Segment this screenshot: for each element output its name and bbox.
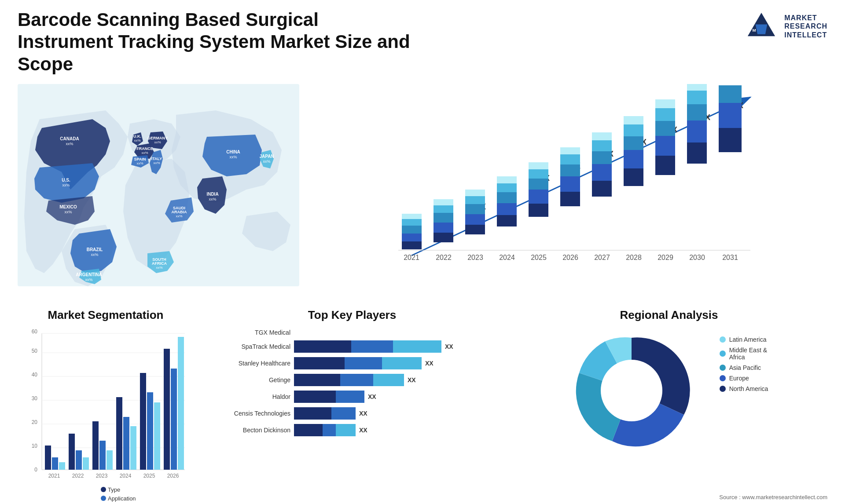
- svg-rect-72: [529, 179, 548, 190]
- bar-seg: [393, 340, 441, 353]
- svg-rect-141: [130, 426, 136, 470]
- source-text: Source : www.marketresearchintellect.com: [719, 494, 827, 500]
- legend-color-mea: [720, 351, 726, 357]
- svg-rect-62: [465, 204, 485, 214]
- svg-rect-60: [465, 225, 485, 234]
- svg-rect-64: [465, 190, 485, 196]
- svg-rect-51: [402, 234, 422, 241]
- svg-text:2021: 2021: [404, 254, 419, 261]
- svg-text:2026: 2026: [167, 473, 179, 479]
- svg-text:MEXICO: MEXICO: [59, 205, 77, 209]
- player-value: XX: [359, 427, 367, 434]
- player-row: Censis Technologies XX: [202, 407, 502, 420]
- svg-text:2026: 2026: [562, 254, 578, 261]
- player-row: Becton Dickinson XX: [202, 424, 502, 436]
- svg-text:xx%: xx%: [263, 159, 270, 164]
- svg-rect-144: [154, 402, 160, 470]
- svg-rect-59: [434, 199, 453, 205]
- page-title: Barcode Scanning Based Surgical Instrume…: [18, 9, 414, 75]
- svg-text:INDIA: INDIA: [206, 192, 218, 197]
- bar-seg: [331, 407, 356, 420]
- bar-seg: [294, 424, 323, 436]
- svg-text:U.S.: U.S.: [62, 178, 70, 183]
- player-row: Getinge XX: [202, 374, 502, 386]
- svg-text:xx%: xx%: [64, 210, 72, 214]
- svg-marker-2: [756, 25, 768, 34]
- regional-legend: Latin America Middle East &Africa Asia P…: [720, 336, 768, 392]
- svg-rect-98: [687, 91, 707, 104]
- svg-rect-52: [402, 226, 422, 234]
- svg-text:xx%: xx%: [134, 139, 140, 142]
- player-row: Stanley Healthcare XX: [202, 357, 502, 369]
- bar-seg: [351, 340, 393, 353]
- legend-item-latin: Latin America: [720, 336, 768, 343]
- svg-rect-88: [624, 124, 643, 136]
- logo-text: MARKET RESEARCH INTELLECT: [784, 14, 827, 39]
- svg-text:30: 30: [32, 395, 38, 402]
- svg-text:2021: 2021: [48, 473, 60, 479]
- svg-text:GERMANY: GERMANY: [147, 136, 168, 140]
- svg-text:xx%: xx%: [85, 278, 92, 282]
- svg-text:BRAZIL: BRAZIL: [87, 247, 103, 252]
- logo-block: M MARKET RESEARCH INTELLECT: [744, 9, 827, 44]
- bar-seg: [294, 374, 340, 386]
- svg-text:JAPAN: JAPAN: [259, 154, 274, 159]
- svg-rect-81: [592, 164, 612, 181]
- svg-text:AFRICA: AFRICA: [152, 261, 167, 266]
- legend-color-na: [720, 386, 726, 392]
- svg-rect-134: [76, 450, 82, 470]
- player-name: SpaTrack Medical: [202, 343, 290, 350]
- svg-rect-84: [592, 132, 612, 140]
- svg-text:2028: 2028: [626, 254, 642, 261]
- svg-rect-56: [434, 223, 453, 233]
- regional-title: Regional Analysis: [511, 308, 827, 322]
- svg-rect-142: [140, 373, 146, 470]
- svg-rect-146: [171, 369, 177, 470]
- svg-rect-99: [687, 84, 707, 91]
- svg-rect-102: [719, 85, 742, 103]
- svg-rect-89: [624, 116, 643, 124]
- svg-text:M: M: [753, 28, 756, 33]
- svg-rect-133: [69, 434, 75, 470]
- legend-label-asia: Asia Pacific: [729, 364, 761, 371]
- svg-text:2029: 2029: [658, 254, 673, 261]
- svg-rect-145: [164, 349, 170, 470]
- svg-point-156: [101, 496, 106, 501]
- title-block: Barcode Scanning Based Surgical Instrume…: [18, 9, 414, 75]
- content-bottom: Market Segmentation 0 10 20 30 40 50 60: [18, 308, 827, 504]
- svg-rect-71: [529, 190, 548, 204]
- svg-rect-69: [497, 176, 517, 183]
- svg-text:CANADA: CANADA: [60, 136, 79, 141]
- svg-text:2031: 2031: [722, 254, 738, 261]
- svg-rect-96: [687, 121, 707, 142]
- svg-text:xx%: xx%: [66, 142, 73, 146]
- svg-rect-79: [560, 147, 580, 154]
- svg-text:2025: 2025: [531, 254, 547, 261]
- svg-rect-78: [560, 154, 580, 164]
- svg-text:50: 50: [32, 348, 38, 354]
- key-players-title: Top Key Players: [202, 308, 502, 322]
- svg-text:2023: 2023: [467, 254, 483, 261]
- legend-item-europe: Europe: [720, 375, 768, 382]
- player-row: TGX Medical: [202, 329, 502, 336]
- svg-text:xx%: xx%: [136, 161, 143, 165]
- svg-text:2030: 2030: [689, 254, 705, 261]
- legend-color-europe: [720, 375, 726, 381]
- svg-rect-54: [402, 214, 422, 219]
- segmentation-chart: 0 10 20 30 40 50 60: [18, 329, 194, 504]
- svg-text:xx%: xx%: [153, 161, 160, 165]
- player-value: XX: [359, 410, 367, 417]
- bar-seg: [336, 424, 356, 436]
- svg-text:2022: 2022: [72, 473, 84, 479]
- donut-chart: [570, 329, 693, 452]
- player-value: XX: [368, 393, 376, 400]
- svg-text:CHINA: CHINA: [226, 150, 240, 154]
- svg-rect-61: [465, 214, 485, 225]
- legend-item-na: North America: [720, 385, 768, 392]
- bar-seg: [336, 391, 364, 403]
- svg-rect-57: [434, 213, 453, 223]
- player-value: XX: [425, 360, 434, 367]
- bar-seg: [323, 424, 336, 436]
- svg-rect-50: [402, 241, 422, 249]
- svg-rect-138: [107, 450, 113, 470]
